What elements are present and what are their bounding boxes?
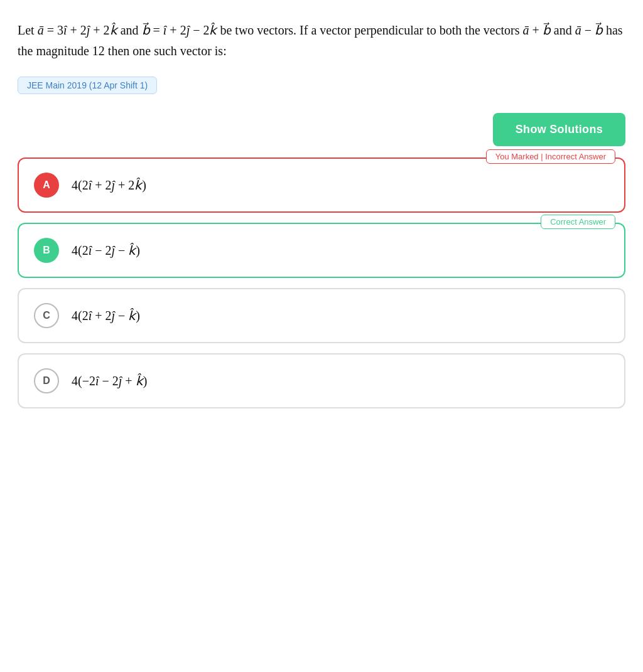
incorrect-answer-tag: You Marked | Incorrect Answer (486, 149, 615, 164)
option-d-content: 4(−2î − 2ĵ + k̂) (72, 373, 147, 388)
option-d-outer: D 4(−2î − 2ĵ + k̂) (18, 353, 625, 408)
option-c-outer: C 4(2î + 2ĵ − k̂) (18, 288, 625, 343)
option-c-content: 4(2î + 2ĵ − k̂) (72, 308, 140, 323)
question-text: Let ā = 3î + 2ĵ + 2k̂ and b⃗ = î + 2ĵ − … (18, 20, 625, 61)
options-list: You Marked | Incorrect Answer A 4(2î + 2… (18, 157, 625, 419)
option-a-content: 4(2î + 2ĵ + 2k̂) (72, 178, 146, 193)
show-solutions-button[interactable]: Show Solutions (493, 113, 625, 146)
option-d-box[interactable]: D 4(−2î − 2ĵ + k̂) (18, 353, 625, 408)
option-b-outer: Correct Answer B 4(2î − 2ĵ − k̂) (18, 223, 625, 278)
option-b-box[interactable]: B 4(2î − 2ĵ − k̂) (18, 223, 625, 278)
correct-answer-tag: Correct Answer (541, 215, 615, 229)
option-a-outer: You Marked | Incorrect Answer A 4(2î + 2… (18, 157, 625, 213)
option-b-circle: B (34, 238, 59, 263)
option-a-circle: A (34, 173, 59, 198)
option-b-content: 4(2î − 2ĵ − k̂) (72, 243, 140, 258)
tag-badge: JEE Main 2019 (12 Apr Shift 1) (18, 77, 157, 94)
option-c-box[interactable]: C 4(2î + 2ĵ − k̂) (18, 288, 625, 343)
option-d-circle: D (34, 368, 59, 393)
option-c-circle: C (34, 303, 59, 328)
option-a-box[interactable]: A 4(2î + 2ĵ + 2k̂) (18, 157, 625, 213)
